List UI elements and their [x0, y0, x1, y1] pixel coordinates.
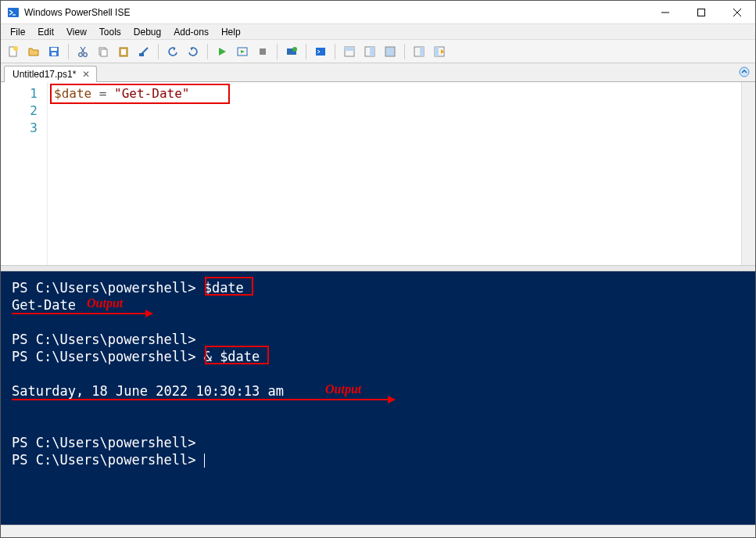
- ps-prompt: PS C:\Users\powershell>: [12, 349, 195, 364]
- svg-point-34: [740, 67, 749, 77]
- svg-point-7: [13, 46, 18, 51]
- svg-rect-19: [139, 53, 144, 56]
- script-tab[interactable]: Untitled17.ps1* ✕: [4, 66, 97, 82]
- run-icon[interactable]: [213, 42, 231, 61]
- line-number: 3: [4, 120, 38, 137]
- layout-script-max-icon[interactable]: [381, 42, 399, 61]
- redo-icon[interactable]: [184, 42, 202, 61]
- menu-file[interactable]: File: [4, 25, 31, 39]
- annotation-arrow: [12, 313, 152, 314]
- tab-label: Untitled17.ps1*: [13, 69, 76, 80]
- menu-debug[interactable]: Debug: [127, 25, 167, 39]
- annotation-arrow: [12, 399, 395, 400]
- maximize-button[interactable]: [683, 1, 719, 24]
- minimize-button[interactable]: [647, 1, 683, 24]
- code-area[interactable]: $date = "Get-Date": [48, 82, 741, 265]
- console-blank: [12, 314, 744, 331]
- annotation-label: Output: [87, 295, 123, 312]
- copy-icon[interactable]: [94, 42, 113, 61]
- ps-prompt: PS C:\Users\powershell>: [12, 435, 195, 450]
- menu-edit[interactable]: Edit: [31, 25, 60, 39]
- menu-view[interactable]: View: [60, 25, 93, 39]
- console-blank: [12, 365, 744, 382]
- layout-script-right-icon[interactable]: [360, 42, 379, 61]
- ps-prompt: PS C:\Users\powershell>: [12, 332, 195, 347]
- new-file-icon[interactable]: [4, 42, 23, 61]
- console-line: PS C:\Users\powershell> & $date: [12, 348, 744, 365]
- toolbar-separator: [207, 44, 208, 59]
- svg-rect-28: [370, 47, 374, 56]
- show-command-icon[interactable]: [410, 42, 428, 61]
- save-icon[interactable]: [45, 42, 63, 61]
- console-command: & $date: [204, 349, 260, 364]
- token-operator: =: [91, 86, 114, 101]
- svg-rect-18: [121, 49, 126, 55]
- svg-point-11: [79, 52, 83, 56]
- line-number-gutter: 1 2 3: [1, 82, 48, 265]
- cut-icon[interactable]: [73, 42, 92, 61]
- svg-rect-33: [435, 47, 439, 56]
- console-scrollbar[interactable]: [1, 525, 755, 538]
- console-blank: [12, 400, 744, 417]
- close-button[interactable]: [719, 1, 755, 24]
- svg-point-23: [292, 47, 297, 52]
- svg-rect-26: [345, 47, 354, 51]
- clear-icon[interactable]: [134, 42, 153, 61]
- tab-close-icon[interactable]: ✕: [81, 69, 91, 80]
- layout-script-top-icon[interactable]: [340, 42, 359, 61]
- toolbar-separator: [335, 44, 335, 59]
- console-command: $date: [204, 280, 244, 296]
- toolbar: [1, 40, 755, 63]
- toolbar-separator: [306, 44, 306, 59]
- toolbar-separator: [158, 44, 159, 59]
- undo-icon[interactable]: [163, 42, 182, 61]
- svg-rect-16: [101, 49, 107, 56]
- svg-point-12: [84, 52, 88, 56]
- collapse-script-icon[interactable]: [738, 66, 751, 78]
- annotation-label: Output: [325, 381, 361, 398]
- stop-icon[interactable]: [253, 42, 272, 61]
- open-file-icon[interactable]: [24, 42, 43, 61]
- menu-addons[interactable]: Add-ons: [167, 25, 215, 39]
- menu-help[interactable]: Help: [215, 25, 247, 39]
- window-controls: [647, 1, 755, 23]
- svg-rect-31: [420, 47, 424, 56]
- token-string: "Get-Date": [114, 86, 189, 101]
- show-command-addon-icon[interactable]: [430, 42, 449, 61]
- toolbar-separator: [404, 44, 405, 59]
- powershell-tab-icon[interactable]: [311, 42, 330, 61]
- title-bar: Windows PowerShell ISE: [1, 1, 755, 24]
- run-selection-icon[interactable]: [233, 42, 252, 61]
- svg-rect-21: [260, 48, 266, 55]
- console-line: PS C:\Users\powershell> $date: [12, 279, 744, 296]
- app-icon: [7, 6, 20, 19]
- console-line: PS C:\Users\powershell>: [12, 451, 744, 468]
- console-output: Saturday, 18 June 2022 10:30:13 am: [12, 382, 744, 400]
- window-title: Windows PowerShell ISE: [24, 7, 647, 18]
- menu-tools[interactable]: Tools: [93, 25, 127, 39]
- svg-rect-24: [316, 48, 325, 56]
- toolbar-separator: [277, 44, 278, 59]
- editor-scrollbar[interactable]: [741, 82, 755, 265]
- console-blank: [12, 417, 744, 434]
- console-pane[interactable]: PS C:\Users\powershell> $date Get-Date P…: [1, 271, 755, 525]
- pane-splitter[interactable]: [1, 265, 755, 271]
- menu-bar: File Edit View Tools Debug Add-ons Help: [1, 24, 755, 40]
- ps-prompt: PS C:\Users\powershell>: [12, 280, 195, 296]
- console-line: PS C:\Users\powershell>: [12, 434, 744, 451]
- script-editor[interactable]: 1 2 3 $date = "Get-Date": [1, 82, 755, 265]
- toolbar-separator: [68, 44, 69, 59]
- new-remote-icon[interactable]: [282, 42, 301, 61]
- code-line-1: $date = "Get-Date": [54, 85, 735, 102]
- console-line: PS C:\Users\powershell>: [12, 331, 744, 348]
- line-number: 2: [4, 102, 38, 120]
- ps-prompt: PS C:\Users\powershell>: [12, 452, 195, 468]
- svg-rect-29: [385, 47, 395, 56]
- text-cursor: [204, 454, 205, 468]
- svg-rect-3: [698, 9, 705, 16]
- svg-rect-9: [51, 48, 57, 51]
- paste-icon[interactable]: [114, 42, 133, 61]
- tab-strip: Untitled17.ps1* ✕: [1, 63, 755, 82]
- line-number: 1: [4, 85, 38, 102]
- svg-rect-10: [52, 52, 56, 56]
